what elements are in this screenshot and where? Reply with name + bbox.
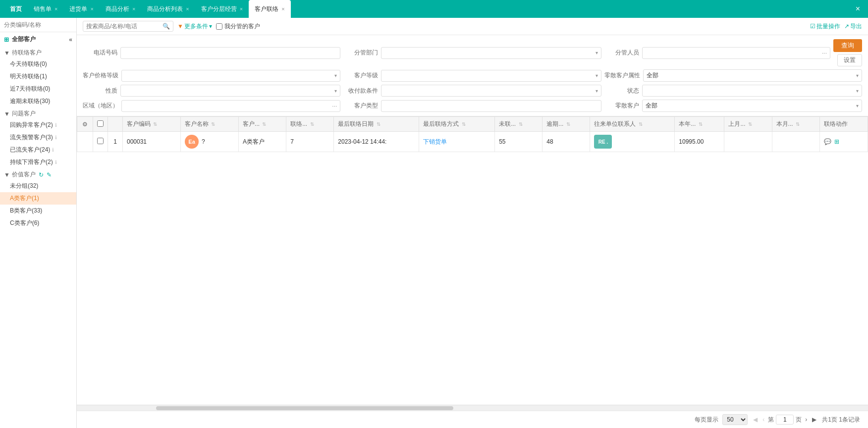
select-all-checkbox[interactable] bbox=[97, 120, 104, 127]
row-level: A类客户 bbox=[239, 132, 286, 152]
section-value: ▼ 价值客户 ↻ ✎ bbox=[0, 168, 76, 180]
filter-input-payment[interactable]: ▾ bbox=[381, 85, 601, 97]
col-this-month[interactable]: 本月... ⇅ bbox=[772, 117, 819, 132]
close-goods-analysis-tab[interactable]: × bbox=[132, 6, 135, 12]
sidebar-item-ungroup[interactable]: 未分组(32) bbox=[0, 180, 76, 192]
filter-input-person[interactable]: ··· bbox=[642, 47, 830, 59]
sidebar-item-week[interactable]: 近7天待联络(0) bbox=[0, 83, 76, 95]
chat-icon[interactable]: 💬 bbox=[824, 138, 831, 145]
window-close-button[interactable]: × bbox=[852, 4, 864, 13]
section-arrow-problem: ▼ bbox=[4, 110, 10, 117]
row-action: 💬 ⊞ bbox=[819, 132, 868, 152]
section-problem: ▼ 问题客户 bbox=[0, 107, 76, 119]
filter-icon: ▼ bbox=[177, 23, 183, 30]
filter-input-status[interactable]: ▾ bbox=[642, 85, 862, 97]
tab-home[interactable]: 首页 bbox=[4, 0, 28, 18]
tab-sales[interactable]: 销售单 × bbox=[28, 0, 63, 18]
tab-goods-list[interactable]: 商品分析列表 × bbox=[141, 0, 195, 18]
col-this-year[interactable]: 本年... ⇅ bbox=[675, 117, 724, 132]
qr-icon[interactable]: ⊞ bbox=[834, 138, 839, 145]
horizontal-scrollbar[interactable] bbox=[77, 405, 868, 411]
sidebar-item-b-class[interactable]: B类客户(33) bbox=[0, 205, 76, 217]
col-overdue[interactable]: 逾期... ⇅ bbox=[542, 117, 590, 132]
export-icon: ↗ bbox=[844, 23, 849, 30]
scrollbar-thumb[interactable] bbox=[156, 406, 453, 410]
contact-method-link[interactable]: 下销货单 bbox=[423, 138, 447, 145]
col-not-contacted[interactable]: 未联... ⇅ bbox=[495, 117, 542, 132]
sidebar-item-declining[interactable]: 持续下滑客户(2) ℹ bbox=[0, 156, 76, 168]
batch-ops-button[interactable]: ☑ 批量操作 bbox=[810, 22, 840, 31]
sidebar-item-today[interactable]: 今天待联络(0) bbox=[0, 58, 76, 70]
my-customers-checkbox[interactable]: 我分管的客户 bbox=[216, 22, 260, 31]
all-customers-header[interactable]: ⊞ 全部客户 « bbox=[0, 32, 76, 47]
row-check[interactable] bbox=[93, 132, 108, 152]
sort-icon-name: ⇅ bbox=[211, 121, 215, 127]
col-last-contact-method[interactable]: 最后联络方式 ⇅ bbox=[419, 117, 495, 132]
col-gear[interactable]: ⚙ bbox=[77, 117, 93, 132]
tab-goods-analysis[interactable]: 商品分析 × bbox=[100, 0, 141, 18]
my-customers-check[interactable] bbox=[216, 23, 222, 30]
next-page-btn[interactable]: › bbox=[804, 416, 809, 423]
sidebar-item-a-class[interactable]: A类客户(1) bbox=[0, 192, 76, 205]
close-goods-list-tab[interactable]: × bbox=[186, 6, 189, 12]
sidebar-item-tomorrow[interactable]: 明天待联络(1) bbox=[0, 70, 76, 83]
filter-input-sparse-attr[interactable]: 全部 ▾ bbox=[643, 69, 862, 82]
filter-toggle[interactable]: ▼ 更多条件 ▾ bbox=[177, 22, 212, 31]
settings-button[interactable]: 设置 bbox=[837, 54, 862, 66]
sidebar-search-input[interactable] bbox=[4, 21, 77, 28]
filter-input-sparse[interactable]: 全部 ▾ bbox=[642, 100, 862, 112]
first-page-btn[interactable]: ◀ bbox=[752, 416, 759, 423]
row-checkbox[interactable] bbox=[97, 138, 104, 144]
row-company-contact: RE . bbox=[590, 132, 675, 152]
filter-input-cust-type[interactable] bbox=[381, 100, 601, 112]
close-customer-contact-tab[interactable]: × bbox=[281, 6, 284, 12]
last-page-btn[interactable]: ▶ bbox=[811, 416, 818, 423]
sidebar-item-overdue[interactable]: 逾期未联络(30) bbox=[0, 95, 76, 107]
filter-input-phone[interactable] bbox=[120, 47, 340, 59]
toolbar-search-input[interactable] bbox=[86, 23, 161, 30]
filter-input-region[interactable]: ··· bbox=[121, 100, 340, 112]
sidebar-item-c-class[interactable]: C类客户(6) bbox=[0, 217, 76, 229]
row-last-contact-method[interactable]: 下销货单 bbox=[419, 132, 495, 152]
query-button[interactable]: 查询 bbox=[833, 39, 862, 52]
pagination: 每页显示 50 100 200 ◀ ‹ 第 页 › ▶ 共1页 1条记录 bbox=[77, 411, 868, 428]
filter-input-dept[interactable]: ▾ bbox=[381, 47, 601, 59]
filter-row-4-col-1: 区域（地区） ··· bbox=[83, 100, 340, 112]
sidebar-item-repurchase[interactable]: 回购异常客户(2) ℹ bbox=[0, 119, 76, 131]
toolbar: 🔍 ▼ 更多条件 ▾ 我分管的客户 ☑ 批量操作 ↗ 导出 bbox=[77, 18, 868, 35]
payment-arrow: ▾ bbox=[596, 88, 598, 94]
col-customer-code[interactable]: 客户编码 ⇅ bbox=[123, 117, 181, 132]
gear-icon[interactable]: ⚙ bbox=[82, 121, 88, 128]
col-customer-level[interactable]: 客户... ⇅ bbox=[239, 117, 286, 132]
close-sales-tab[interactable]: × bbox=[54, 6, 57, 12]
close-purchase-tab[interactable]: × bbox=[90, 6, 93, 12]
row-contact-count: 7 bbox=[286, 132, 334, 152]
filter-input-cust-level[interactable]: ▾ bbox=[381, 70, 601, 82]
filter-input-nature[interactable]: ▾ bbox=[120, 85, 340, 97]
sort-icon-last-month: ⇅ bbox=[748, 121, 752, 127]
close-customer-segment-tab[interactable]: × bbox=[240, 6, 243, 12]
filter-input-price-level[interactable]: ▾ bbox=[121, 70, 340, 82]
tab-purchase[interactable]: 进货单 × bbox=[63, 0, 99, 18]
sidebar-item-churn-warn[interactable]: 流失预警客户(3) ℹ bbox=[0, 131, 76, 144]
batch-icon: ☑ bbox=[810, 23, 815, 30]
col-customer-name[interactable]: 客户名称 ⇅ bbox=[181, 117, 239, 132]
col-last-contact-date[interactable]: 最后联络日期 ⇅ bbox=[334, 117, 419, 132]
col-contact-count[interactable]: 联络... ⇅ bbox=[286, 117, 334, 132]
edit-icon[interactable]: ✎ bbox=[47, 171, 52, 178]
toolbar-search-icon[interactable]: 🔍 bbox=[163, 23, 170, 30]
sidebar-item-churned[interactable]: 已流失客户(24) ℹ bbox=[0, 144, 76, 156]
page-number-input[interactable] bbox=[776, 415, 794, 425]
tab-customer-segment[interactable]: 客户分层经营 × bbox=[195, 0, 249, 18]
table-header-row: ⚙ 客户编码 ⇅ 客户名称 ⇅ bbox=[77, 117, 868, 132]
col-check[interactable] bbox=[93, 117, 108, 132]
toolbar-search-box: 🔍 bbox=[83, 21, 173, 32]
export-button[interactable]: ↗ 导出 bbox=[844, 22, 862, 31]
tab-customer-contact[interactable]: 客户联络 × bbox=[249, 0, 290, 18]
col-company-contact[interactable]: 往来单位联系人 ⇅ bbox=[590, 117, 675, 132]
collapse-icon[interactable]: « bbox=[69, 36, 72, 43]
col-last-month[interactable]: 上月... ⇅ bbox=[724, 117, 772, 132]
refresh-icon[interactable]: ↻ bbox=[39, 171, 44, 178]
prev-page-btn[interactable]: ‹ bbox=[761, 416, 766, 423]
page-size-select[interactable]: 50 100 200 bbox=[722, 414, 748, 425]
